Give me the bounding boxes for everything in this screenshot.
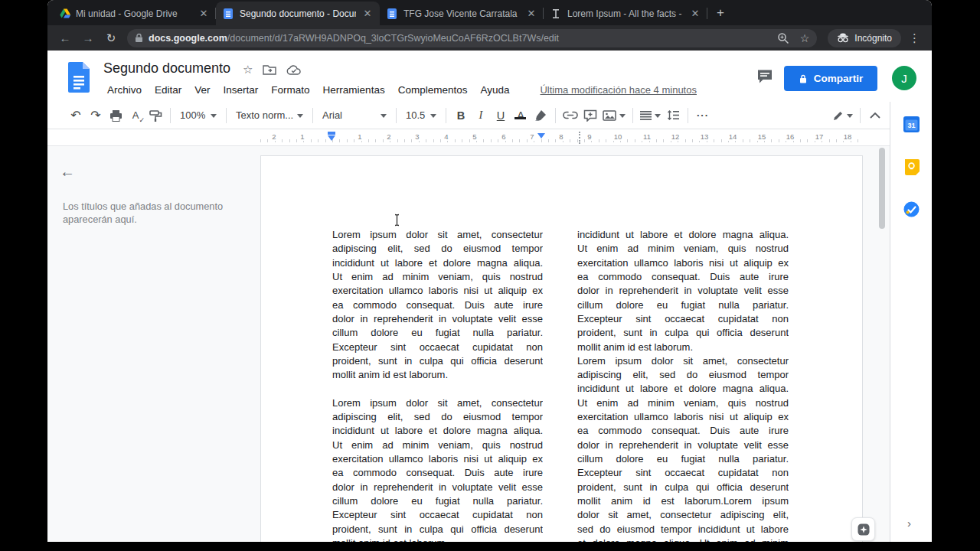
docs-logo-icon[interactable]	[67, 62, 91, 96]
menu-editar[interactable]: Editar	[152, 83, 184, 97]
menu-formato[interactable]: Formato	[269, 83, 312, 97]
editing-mode-button[interactable]	[830, 106, 855, 126]
cloud-status-icon[interactable]	[286, 64, 302, 76]
insert-image-button[interactable]	[600, 106, 628, 126]
right-indent-marker[interactable]	[537, 133, 545, 142]
comments-icon[interactable]	[756, 69, 773, 87]
browser-tab-4[interactable]: Lorem Ipsum - All the facts - L✕	[544, 2, 707, 25]
browser-menu-icon[interactable]: ⋮	[909, 31, 921, 45]
menu-bar: ArchivoEditarVerInsertarFormatoHerramien…	[105, 83, 697, 97]
new-tab-button[interactable]: +	[717, 5, 724, 21]
browser-tab-2[interactable]: Segundo documento - Docum✕	[216, 2, 380, 25]
ruler-number: 9	[585, 132, 593, 141]
hide-side-panel-icon[interactable]: ›	[907, 517, 911, 530]
menu-insertar[interactable]: Insertar	[221, 83, 261, 97]
document-text-line: Ut enim ad minim veniam, quis nostrud	[332, 270, 543, 284]
font-size-select[interactable]: 10.5	[401, 106, 441, 126]
ruler-number: 1	[298, 132, 306, 141]
align-button[interactable]	[638, 106, 663, 126]
document-text-line: adipiscing elit, sed do eiusmod tempor	[332, 410, 543, 424]
first-line-indent-marker[interactable]	[328, 132, 335, 135]
document-text-line: mollit anim id est laborum.	[332, 536, 543, 542]
column-divider-marker[interactable]	[579, 132, 580, 144]
tab-close-icon[interactable]: ✕	[525, 8, 537, 19]
menu-archivo[interactable]: Archivo	[105, 83, 144, 97]
text-color-button[interactable]: A	[511, 109, 531, 122]
outline-close-arrow[interactable]: ←	[60, 163, 75, 181]
lock-icon	[135, 33, 143, 43]
bold-button[interactable]: B	[451, 109, 471, 122]
more-options-button[interactable]: ···	[693, 106, 713, 126]
url-omnibox[interactable]: docs.google.com/document/d/17aRWH9ADNPOq…	[127, 29, 817, 47]
zoom-page-icon[interactable]	[777, 32, 789, 44]
ruler-number: 15	[756, 132, 769, 141]
ruler-number: 11	[641, 132, 653, 141]
spellcheck-button[interactable]: A ✓	[126, 106, 145, 126]
share-button[interactable]: Compartir	[784, 66, 877, 91]
tab-title: TFG Jose Vicente Carratala - D	[403, 8, 520, 19]
document-text-line: exercitation ullamco laboris nisi ut ali…	[332, 452, 543, 466]
zoom-select[interactable]: 100%	[175, 106, 221, 126]
browser-tab-3[interactable]: TFG Jose Vicente Carratala - D✕	[380, 2, 544, 25]
print-button[interactable]	[106, 106, 126, 126]
menu-ayuda[interactable]: Ayuda	[478, 83, 511, 97]
docs-icon	[387, 8, 398, 19]
bookmark-star-icon[interactable]: ☆	[800, 32, 810, 44]
forward-icon[interactable]: →	[77, 31, 100, 44]
tasks-icon[interactable]	[903, 201, 920, 220]
undo-button[interactable]: ↶	[66, 106, 86, 126]
left-indent-marker[interactable]	[328, 135, 335, 145]
document-text-line: Ut enim ad minim veniam, quis nostrud	[577, 242, 789, 256]
italic-button[interactable]: I	[471, 109, 491, 122]
browser-tab-1[interactable]: Mi unidad - Google Drive✕	[52, 2, 216, 25]
vertical-scrollbar[interactable]	[879, 148, 885, 229]
menu-herramientas[interactable]: Herramientas	[321, 83, 387, 97]
insert-link-button[interactable]	[560, 106, 580, 126]
favorite-star-icon[interactable]: ☆	[243, 63, 253, 77]
page-icon	[551, 8, 562, 19]
document-text-line: incididunt ut labore et dolore magna ali…	[577, 228, 789, 242]
text-cursor-pointer	[393, 214, 401, 230]
ruler-number: 8	[557, 132, 565, 141]
reload-icon[interactable]: ↻	[100, 31, 122, 45]
document-text-line: Excepteur sint occaecat cupidatat non	[577, 466, 789, 480]
tab-close-icon[interactable]: ✕	[361, 8, 374, 19]
document-page[interactable]: Lorem ipsum dolor sit amet, consectetura…	[260, 155, 863, 542]
outline-hint-text: Los títulos que añadas al documento apar…	[63, 200, 233, 226]
move-folder-icon[interactable]	[263, 64, 276, 75]
ruler-number: 4	[442, 132, 450, 141]
ruler-number: 1	[355, 132, 364, 141]
ruler-number: 2	[270, 132, 278, 141]
account-avatar[interactable]: J	[892, 66, 916, 90]
document-text-line: exercitation ullamco laboris nisi ut ali…	[577, 256, 789, 270]
collapse-toolbar-button[interactable]	[865, 106, 885, 126]
document-text-line: mollit anim id est laborum.	[577, 341, 789, 354]
insert-comment-button[interactable]	[580, 106, 600, 126]
document-text-line: Excepteur sint occaecat cupidatat non	[332, 508, 543, 522]
menu-ver[interactable]: Ver	[192, 83, 212, 97]
menu-complementos[interactable]: Complementos	[396, 83, 470, 97]
font-select[interactable]: Arial	[318, 106, 391, 126]
keep-icon[interactable]	[903, 159, 920, 178]
last-modified-link[interactable]: Última modificación hace 4 minutos	[540, 84, 696, 96]
explore-button[interactable]	[851, 517, 875, 541]
tab-close-icon[interactable]: ✕	[198, 8, 210, 19]
document-text-line: adipiscing elit, sed do eiusmod tempor	[577, 368, 789, 382]
tab-close-icon[interactable]: ✕	[689, 8, 701, 19]
paint-format-button[interactable]	[145, 106, 165, 126]
ruler-number: 2	[384, 132, 393, 141]
share-label: Compartir	[814, 73, 864, 84]
ruler-number: 12	[669, 132, 682, 141]
highlight-color-button[interactable]	[531, 106, 550, 126]
document-text-line: proident, sunt in culpa qui officia dese…	[332, 354, 543, 368]
document-text-line: ea commodo consequat. Duis aute irure	[577, 270, 789, 284]
calendar-icon[interactable]: 31	[903, 116, 920, 135]
line-spacing-button[interactable]	[663, 106, 683, 126]
document-title[interactable]: Segundo documento	[103, 60, 230, 77]
ruler-number: 13	[698, 132, 711, 141]
back-icon[interactable]: ←	[54, 31, 77, 44]
redo-button[interactable]: ↷	[86, 106, 106, 126]
browser-window: Mi unidad - Google Drive✕Segundo documen…	[47, 0, 932, 542]
paragraph-style-select[interactable]: Texto norm...	[231, 106, 308, 126]
underline-button[interactable]: U	[491, 109, 511, 122]
